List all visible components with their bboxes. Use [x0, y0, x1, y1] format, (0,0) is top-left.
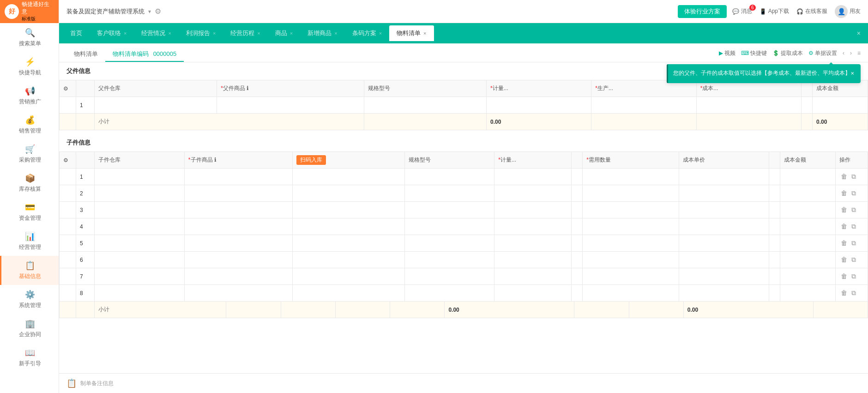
tab-close-ops-history[interactable]: × — [257, 30, 260, 36]
td-row1-goods[interactable] — [217, 97, 364, 114]
scan-button[interactable]: 扫码入库 — [296, 155, 326, 165]
ch-td-warehouse-3[interactable] — [95, 202, 185, 218]
online-service-button[interactable]: 🎧 在线客服 — [796, 7, 827, 15]
ch-td-unit-6[interactable] — [494, 252, 572, 268]
view-button[interactable]: ▶ 视频 — [719, 49, 735, 57]
single-settings-button[interactable]: ⚙ 单据设置 — [808, 49, 837, 57]
tab-close-goods[interactable]: × — [290, 30, 293, 36]
nav-prev-icon[interactable]: ‹ — [843, 50, 844, 56]
tab-close-operations-situation[interactable]: × — [168, 30, 171, 36]
nav-list-icon[interactable]: ≡ — [857, 50, 861, 56]
trial-button[interactable]: 体验行业方案 — [678, 5, 727, 18]
tab-close-add-goods[interactable]: × — [334, 30, 337, 36]
copy-icon-3[interactable]: ⧉ — [850, 206, 857, 213]
ch-td-qty-3[interactable] — [583, 202, 679, 218]
nav-tab-profit[interactable]: 利润报告 × — [179, 25, 223, 41]
ch-td-spec-6[interactable] — [404, 252, 494, 268]
tab-close-barcode[interactable]: × — [379, 30, 382, 36]
ch-td-spec-3[interactable] — [404, 202, 494, 218]
ch-td-qty-1[interactable] — [583, 169, 679, 185]
ch-td-goods-2[interactable] — [184, 185, 292, 202]
nav-tab-bom[interactable]: 物料清单 × — [389, 25, 434, 41]
copy-icon-4[interactable]: ⧉ — [850, 223, 857, 230]
delete-icon-1[interactable]: 🗑 — [839, 173, 849, 180]
copy-icon-1[interactable]: ⧉ — [850, 173, 857, 180]
ch-td-warehouse-2[interactable] — [95, 185, 185, 202]
ch-td-qty-8[interactable] — [583, 285, 679, 302]
delete-icon-3[interactable]: 🗑 — [839, 206, 849, 213]
nav-tab-customer[interactable]: 客户联络 × — [90, 25, 134, 41]
ch-td-goods-6[interactable] — [184, 252, 292, 268]
tab-bom-list[interactable]: 物料清单 — [66, 47, 105, 62]
nav-tab-operations-situation[interactable]: 经营情况 × — [134, 25, 178, 41]
sidebar-item-inventory[interactable]: 📦库存核算 — [0, 169, 59, 198]
sidebar-item-enterprise[interactable]: 🏢企业协同 — [0, 314, 59, 343]
ch-td-warehouse-5[interactable] — [95, 235, 185, 252]
ch-td-spec-2[interactable] — [404, 185, 494, 202]
delete-icon-8[interactable]: 🗑 — [839, 289, 849, 296]
message-button[interactable]: 💬 消息 6 — [732, 7, 752, 15]
ch-td-goods-1[interactable] — [184, 169, 292, 185]
td-row1-cost-param[interactable] — [696, 97, 801, 114]
td-row1-unit[interactable] — [487, 97, 591, 114]
copy-icon-6[interactable]: ⧉ — [850, 256, 857, 263]
ch-td-unit-8[interactable] — [494, 285, 572, 302]
delete-icon-5[interactable]: 🗑 — [839, 239, 849, 247]
app-download-button[interactable]: 📱 App下载 — [760, 7, 789, 15]
tab-close-profit[interactable]: × — [213, 30, 216, 36]
tab-close-customer[interactable]: × — [124, 30, 127, 36]
copy-icon-8[interactable]: ⧉ — [850, 289, 857, 296]
sidebar-item-guide[interactable]: 📖新手引导 — [0, 343, 59, 372]
copy-icon-7[interactable]: ⧉ — [850, 272, 857, 280]
ch-td-warehouse-4[interactable] — [95, 218, 185, 235]
nav-tabs-close-button[interactable]: × — [853, 30, 864, 37]
settings-icon[interactable]: ⚙ — [155, 7, 161, 16]
ch-td-spec-8[interactable] — [404, 285, 494, 302]
nav-tab-home[interactable]: 首页 — [63, 25, 90, 41]
ch-td-spec-4[interactable] — [404, 218, 494, 235]
ch-td-warehouse-8[interactable] — [95, 285, 185, 302]
copy-icon-2[interactable]: ⧉ — [850, 189, 857, 197]
system-dropdown-icon[interactable]: ▾ — [148, 8, 151, 15]
nav-tab-barcode[interactable]: 条码方案 × — [345, 25, 389, 41]
nav-tab-add-goods[interactable]: 新增商品 × — [300, 25, 344, 41]
tab-close-bom[interactable]: × — [423, 30, 426, 36]
ch-td-unit-1[interactable] — [494, 169, 572, 185]
th-settings[interactable]: ⚙ — [60, 80, 76, 97]
sidebar-item-quick-nav[interactable]: ⚡快捷导航 — [0, 52, 59, 81]
delete-icon-7[interactable]: 🗑 — [839, 272, 849, 280]
sidebar-item-operations[interactable]: 📊经营管理 — [0, 227, 59, 256]
ch-td-unit-4[interactable] — [494, 218, 572, 235]
ch-td-qty-2[interactable] — [583, 185, 679, 202]
ch-td-warehouse-6[interactable] — [95, 252, 185, 268]
ch-td-qty-7[interactable] — [583, 268, 679, 285]
sidebar-item-system[interactable]: ⚙️系统管理 — [0, 285, 59, 314]
sidebar-item-marketing[interactable]: 📢营销推广 — [0, 81, 59, 110]
delete-icon-4[interactable]: 🗑 — [839, 223, 849, 230]
tab-bom-code[interactable]: 物料清单编码 0000005 — [105, 47, 184, 62]
delete-icon-2[interactable]: 🗑 — [839, 189, 849, 197]
sidebar-item-sales[interactable]: 💰销售管理 — [0, 110, 59, 139]
ch-td-goods-7[interactable] — [184, 268, 292, 285]
user-menu[interactable]: 👤 用友 — [835, 5, 861, 18]
ch-td-goods-5[interactable] — [184, 235, 292, 252]
nav-tab-ops-history[interactable]: 经营历程 × — [223, 25, 267, 41]
ch-th-settings[interactable]: ⚙ — [60, 152, 76, 169]
ch-td-unit-5[interactable] — [494, 235, 572, 252]
delete-icon-6[interactable]: 🗑 — [839, 256, 849, 263]
ch-td-spec-7[interactable] — [404, 268, 494, 285]
ch-td-qty-4[interactable] — [583, 218, 679, 235]
ch-td-warehouse-7[interactable] — [95, 268, 185, 285]
ch-td-unit-2[interactable] — [494, 185, 572, 202]
nav-tab-goods[interactable]: 商品 × — [268, 25, 300, 41]
sidebar-item-finance[interactable]: 💳资金管理 — [0, 198, 59, 227]
tooltip-close-button[interactable]: × — [850, 69, 854, 79]
sidebar-item-search[interactable]: 🔍搜索菜单 — [0, 23, 59, 52]
td-row1-warehouse[interactable] — [95, 97, 217, 114]
ch-td-goods-3[interactable] — [184, 202, 292, 218]
ch-td-spec-1[interactable] — [404, 169, 494, 185]
ch-td-goods-4[interactable] — [184, 218, 292, 235]
ch-td-qty-5[interactable] — [583, 235, 679, 252]
ch-td-unit-7[interactable] — [494, 268, 572, 285]
nav-next-icon[interactable]: › — [850, 50, 852, 56]
